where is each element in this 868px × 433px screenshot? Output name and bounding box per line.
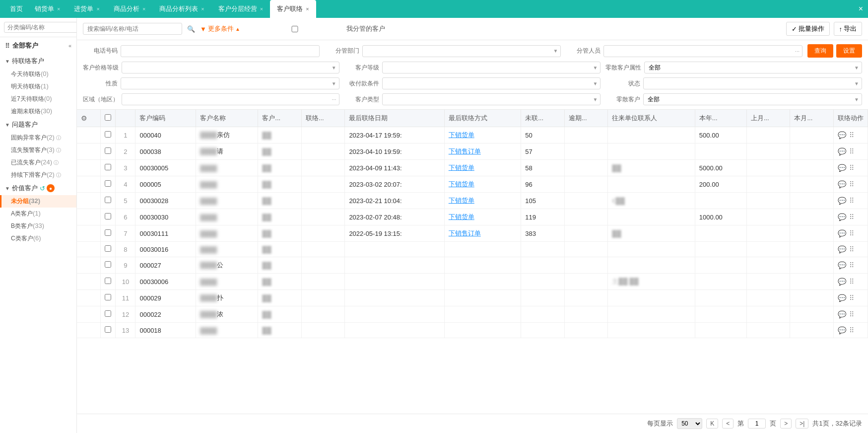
contact-method-link[interactable]: 下销售订单	[449, 229, 481, 237]
all-customers-header[interactable]: ⠿ 全部客户 «	[0, 37, 76, 54]
retail-customer-select[interactable]: 全部	[643, 93, 862, 105]
last-page-button[interactable]: >|	[796, 419, 808, 429]
sidebar-item-7days-pending[interactable]: 近7天待联络(0)	[0, 93, 76, 105]
contact-method-link[interactable]: 下销货单	[449, 197, 474, 204]
sidebar-item-overdue-pending[interactable]: 逾期未联络(30)	[0, 105, 76, 118]
grid-action-icon[interactable]: ⠿	[849, 164, 854, 172]
tab-analysis[interactable]: 商品分析 ×	[107, 0, 152, 18]
row-checkbox[interactable]	[101, 274, 116, 290]
grid-action-icon[interactable]: ⠿	[849, 326, 854, 334]
row-checkbox[interactable]	[101, 290, 116, 306]
first-page-button[interactable]: K	[706, 419, 718, 429]
sidebar-item-today-pending[interactable]: 今天待联络(0)	[0, 68, 76, 80]
row-checkbox[interactable]	[101, 225, 116, 242]
close-customer-contact-tab[interactable]: ×	[306, 6, 309, 12]
row-checkbox[interactable]	[101, 323, 116, 338]
row-checkbox[interactable]	[101, 144, 116, 160]
grid-action-icon[interactable]: ⠿	[849, 245, 854, 253]
chat-action-icon[interactable]: 💬	[838, 245, 846, 253]
page-number-input[interactable]	[748, 419, 766, 429]
contact-method-link[interactable]: 下销货单	[449, 131, 474, 139]
grid-action-icon[interactable]: ⠿	[849, 213, 854, 221]
row-checkbox[interactable]	[101, 257, 116, 274]
close-purchase-tab[interactable]: ×	[96, 6, 99, 12]
grid-action-icon[interactable]: ⠿	[849, 294, 854, 302]
query-button[interactable]: 查询	[807, 44, 833, 58]
next-page-button[interactable]: >	[780, 419, 792, 429]
close-customer-segment-tab[interactable]: ×	[260, 6, 263, 12]
contact-method-link[interactable]: 下销货单	[449, 180, 474, 188]
customer-level-select[interactable]	[382, 62, 601, 73]
contact-method-link[interactable]: 下销售订单	[449, 147, 481, 155]
my-customers-filter[interactable]: 我分管的客户	[245, 24, 385, 33]
sidebar-item-declining[interactable]: 持续下滑客户(2) ⓘ	[0, 169, 76, 181]
grid-action-icon[interactable]: ⠿	[849, 197, 854, 205]
row-checkbox[interactable]	[101, 127, 116, 144]
grid-action-icon[interactable]: ⠿	[849, 180, 854, 188]
row-checkbox[interactable]	[101, 209, 116, 225]
close-analysis-tab[interactable]: ×	[142, 6, 145, 12]
grid-action-icon[interactable]: ⠿	[849, 261, 854, 269]
status-select[interactable]	[643, 77, 862, 89]
price-level-select[interactable]	[122, 62, 339, 73]
column-settings-button[interactable]: ⚙	[81, 114, 87, 122]
my-customers-checkbox[interactable]	[245, 26, 344, 32]
chat-action-icon[interactable]: 💬	[838, 131, 846, 139]
tab-purchase[interactable]: 进货单 ×	[67, 0, 106, 18]
manager-input[interactable]	[603, 45, 802, 57]
chat-action-icon[interactable]: 💬	[838, 197, 846, 205]
manager-more-icon[interactable]: ···	[795, 48, 800, 54]
chat-action-icon[interactable]: 💬	[838, 180, 846, 188]
chat-action-icon[interactable]: 💬	[838, 326, 846, 334]
tab-customer-contact[interactable]: 客户联络 ×	[270, 0, 316, 18]
chat-action-icon[interactable]: 💬	[838, 147, 846, 155]
search-icon[interactable]: 🔍	[187, 25, 195, 33]
sidebar-item-c-class[interactable]: C类客户(6)	[0, 232, 76, 245]
close-analysis-list-tab[interactable]: ×	[201, 6, 204, 12]
contact-method-link[interactable]: 下销货单	[449, 164, 474, 171]
region-more-icon[interactable]: ···	[332, 96, 336, 102]
chat-action-icon[interactable]: 💬	[838, 229, 846, 237]
region-input[interactable]	[122, 93, 339, 105]
dept-select[interactable]	[362, 45, 561, 57]
window-close-button[interactable]: ×	[859, 4, 863, 13]
problem-customers-section[interactable]: ▼ 问题客户	[0, 118, 76, 132]
chat-action-icon[interactable]: 💬	[838, 261, 846, 269]
chat-action-icon[interactable]: 💬	[838, 310, 846, 318]
sidebar-item-loss-warning[interactable]: 流失预警客户(3) ⓘ	[0, 144, 76, 156]
grid-action-icon[interactable]: ⠿	[849, 131, 854, 139]
tab-sales[interactable]: 销货单 ×	[28, 0, 67, 18]
grid-action-icon[interactable]: ⠿	[849, 278, 854, 286]
value-customers-section[interactable]: ▼ 价值客户 ↺ ●	[0, 181, 76, 195]
batch-operation-button[interactable]: ✓ 批量操作	[786, 22, 830, 36]
row-checkbox[interactable]	[101, 306, 116, 323]
pending-customers-section[interactable]: ▼ 待联络客户	[0, 54, 76, 68]
select-all-checkbox[interactable]	[105, 114, 111, 121]
tab-customer-segment[interactable]: 客户分层经营 ×	[211, 0, 270, 18]
contact-method-link[interactable]: 下销货单	[449, 213, 474, 220]
prev-page-button[interactable]: <	[722, 419, 734, 429]
close-sales-tab[interactable]: ×	[57, 6, 60, 12]
grid-action-icon[interactable]: ⠿	[849, 229, 854, 237]
row-checkbox[interactable]	[101, 193, 116, 209]
per-page-select[interactable]: 50 20 100	[677, 418, 702, 429]
category-search-input[interactable]	[4, 22, 77, 33]
value-refresh-icon[interactable]: ↺	[40, 185, 45, 192]
sidebar-item-b-class[interactable]: B类客户(33)	[0, 220, 76, 232]
row-checkbox[interactable]	[101, 160, 116, 176]
row-checkbox[interactable]	[101, 176, 116, 193]
reset-button[interactable]: 设置	[836, 44, 862, 58]
sidebar-item-unclassified[interactable]: 未分组(32)	[0, 195, 76, 208]
retail-attr-select[interactable]: 全部	[644, 62, 862, 73]
grid-action-icon[interactable]: ⠿	[849, 310, 854, 318]
tab-home[interactable]: 首页	[5, 0, 28, 18]
grid-action-icon[interactable]: ⠿	[849, 147, 854, 155]
row-checkbox[interactable]	[101, 242, 116, 257]
sidebar-collapse-btn[interactable]: «	[68, 43, 71, 49]
nature-select[interactable]	[121, 77, 339, 89]
chat-action-icon[interactable]: 💬	[838, 164, 846, 172]
chat-action-icon[interactable]: 💬	[838, 294, 846, 302]
search-input[interactable]	[83, 23, 182, 35]
chat-action-icon[interactable]: 💬	[838, 278, 846, 286]
tab-analysis-list[interactable]: 商品分析列表 ×	[152, 0, 211, 18]
